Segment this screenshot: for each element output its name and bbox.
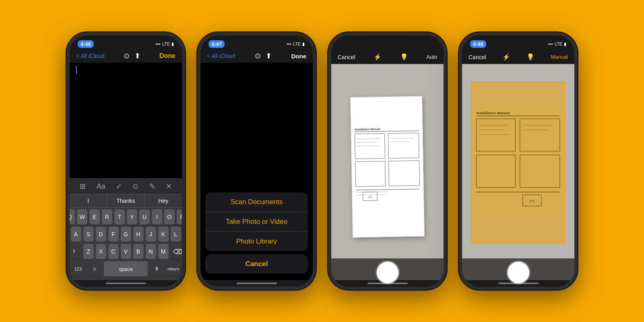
network-label-4: LTE: [555, 41, 562, 46]
svg-rect-0: [351, 124, 423, 210]
key-y[interactable]: Y: [127, 209, 137, 225]
key-delete[interactable]: ⌫: [171, 244, 182, 259]
mode-label-3[interactable]: Auto: [426, 54, 437, 60]
back-button-1[interactable]: < All iCloud: [76, 53, 104, 59]
phone-4: 4:48 ▪▪▪ LTE ▮ Cancel ⚡ 💡 Manual Install…: [459, 32, 578, 290]
cancel-button-3[interactable]: Cancel: [338, 54, 355, 60]
screen-content-4: 4:48 ▪▪▪ LTE ▮ Cancel ⚡ 💡 Manual Install…: [462, 35, 574, 287]
key-m[interactable]: M: [158, 244, 169, 259]
key-space[interactable]: space: [104, 261, 148, 277]
key-q[interactable]: Q: [70, 209, 75, 225]
key-d[interactable]: D: [96, 227, 106, 242]
notch-4: [492, 35, 545, 45]
key-l[interactable]: L: [171, 227, 181, 242]
camera-top-bar-3: Cancel ⚡ 💡 Auto: [331, 50, 444, 64]
key-o[interactable]: O: [164, 209, 175, 225]
key-emoji[interactable]: ☺: [87, 261, 102, 277]
key-r[interactable]: R: [102, 209, 112, 225]
key-i[interactable]: I: [152, 209, 162, 225]
signal-icon-2: ▪▪▪: [287, 41, 291, 46]
home-indicator-3: [367, 283, 408, 284]
key-a[interactable]: A: [71, 227, 81, 242]
markup-icon[interactable]: ✎: [149, 182, 155, 191]
notes-text-area[interactable]: [70, 63, 182, 178]
take-photo-button[interactable]: Take Photo or Video: [205, 212, 308, 232]
status-icons-4: ▪▪▪ LTE ▮: [548, 41, 566, 47]
contact-icon[interactable]: ⊙: [124, 52, 130, 60]
share-icon[interactable]: ⬆: [134, 52, 140, 60]
svg-text:(X5): (X5): [529, 200, 535, 203]
text-cursor: [76, 66, 77, 74]
key-k[interactable]: K: [158, 227, 169, 242]
camera-toolbar-icon[interactable]: ⊙: [132, 182, 138, 191]
action-sheet: Scan Documents Take Photo or Video Photo…: [205, 192, 308, 251]
notch-3: [361, 35, 414, 45]
key-c[interactable]: C: [108, 244, 119, 259]
pred-word-3[interactable]: Hey: [145, 194, 182, 207]
notch-2: [231, 35, 283, 45]
flash-icon-4[interactable]: ⚡: [502, 53, 510, 61]
bulb-icon-3[interactable]: 💡: [400, 53, 408, 61]
capture-button-3[interactable]: [377, 262, 398, 283]
done-button-1[interactable]: Done: [159, 52, 175, 60]
key-x[interactable]: X: [96, 244, 106, 259]
nav-bar-2: < All iCloud ⊙ ⬆ Done: [200, 50, 313, 63]
status-icons-2: ▪▪▪ LTE ▮: [287, 41, 305, 47]
contact-icon-2[interactable]: ⊙: [255, 52, 261, 60]
pred-word-1[interactable]: I: [70, 194, 107, 207]
key-mic[interactable]: 🎙: [150, 261, 164, 277]
action-sheet-area: Scan Documents Take Photo or Video Photo…: [200, 167, 313, 280]
cancel-button-4[interactable]: Cancel: [469, 54, 486, 60]
flash-icon-3[interactable]: ⚡: [374, 53, 382, 61]
bulb-icon-4[interactable]: 💡: [526, 53, 535, 61]
key-p[interactable]: P: [177, 209, 182, 225]
keyboard: Q W E R T Y U I O P A S D F G H J K: [70, 208, 182, 280]
home-bar-2: [200, 280, 313, 287]
key-b[interactable]: B: [133, 244, 144, 259]
table-icon[interactable]: ⊞: [80, 182, 86, 191]
key-s[interactable]: S: [83, 227, 94, 242]
screen-content-3: Cancel ⚡ 💡 Auto Installation Manual: [331, 35, 444, 287]
battery-icon-4: ▮: [564, 41, 566, 47]
network-label: LTE: [162, 41, 170, 46]
key-j[interactable]: J: [146, 227, 156, 242]
key-w[interactable]: W: [77, 209, 87, 225]
key-return[interactable]: return: [166, 261, 181, 277]
home-indicator-2: [237, 283, 277, 284]
key-e[interactable]: E: [89, 209, 100, 225]
cancel-button[interactable]: Cancel: [205, 254, 308, 274]
format-icon[interactable]: Aa: [96, 182, 105, 191]
key-v[interactable]: V: [121, 244, 131, 259]
key-z[interactable]: Z: [83, 244, 94, 259]
back-button-2[interactable]: < All iCloud: [207, 53, 235, 59]
key-num[interactable]: 123: [71, 261, 85, 277]
home-bar-1: [70, 280, 182, 287]
scan-overlay-4: Installation Manual (X5): [471, 81, 565, 244]
network-label-2: LTE: [293, 41, 301, 46]
checklist-icon[interactable]: ✓: [116, 182, 122, 191]
svg-text:(X5): (X5): [368, 196, 372, 198]
mode-label-4[interactable]: Manual: [551, 54, 568, 60]
key-n[interactable]: N: [146, 244, 156, 259]
screen-content-2: Scan Documents Take Photo or Video Photo…: [200, 63, 313, 287]
svg-text:Installation Manual: Installation Manual: [477, 111, 510, 115]
key-t[interactable]: T: [114, 209, 125, 225]
key-row-2: A S D F G H J K L: [71, 227, 181, 242]
key-shift[interactable]: ⇧: [70, 244, 81, 259]
nav-bar-1: < All iCloud ⊙ ⬆ Done: [70, 50, 182, 63]
key-f[interactable]: F: [108, 227, 119, 242]
scan-documents-button[interactable]: Scan Documents: [205, 192, 308, 212]
document-svg-4: Installation Manual (X5): [472, 82, 564, 243]
key-h[interactable]: H: [133, 227, 144, 242]
photo-library-button[interactable]: Photo Library: [205, 232, 308, 251]
nav-icons-1: ⊙ ⬆: [124, 52, 140, 60]
phone-3: Cancel ⚡ 💡 Auto Installation Manual: [328, 32, 447, 290]
key-u[interactable]: U: [139, 209, 150, 225]
done-button-2[interactable]: Done: [291, 53, 307, 60]
document-svg-3: Installation Manual (X5): [351, 96, 424, 237]
key-g[interactable]: G: [121, 227, 131, 242]
capture-button-4[interactable]: [508, 262, 529, 283]
pred-word-2[interactable]: Thanks: [107, 194, 144, 207]
share-icon-2[interactable]: ⬆: [266, 52, 272, 60]
close-toolbar-icon[interactable]: ✕: [166, 182, 172, 191]
